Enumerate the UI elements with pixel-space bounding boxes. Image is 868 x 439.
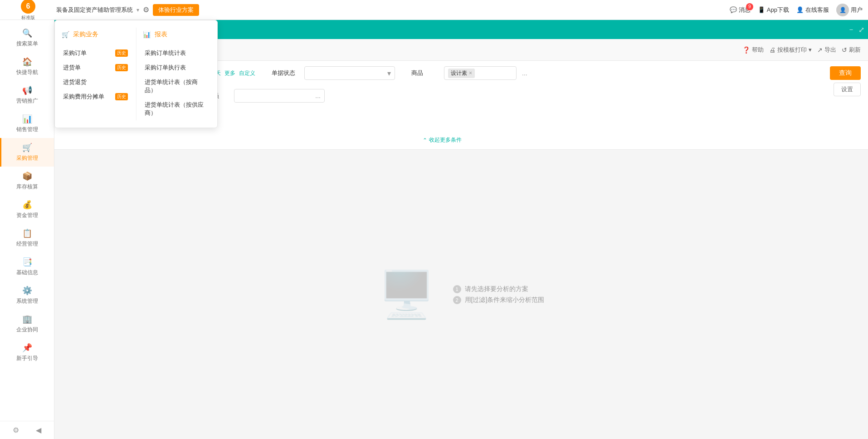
print-icon: 🖨	[769, 46, 775, 54]
shortcut-custom[interactable]: 自定义	[239, 69, 255, 77]
sidebar-label-finance: 资金管理	[16, 212, 38, 219]
sidebar-item-operations[interactable]: 📋 经营管理	[0, 224, 54, 252]
logo-area: 6 标准版	[5, 0, 51, 21]
purchase-dropdown-menu: 🛒 采购业务 采购订单 历史 进货单 历史 进货退货 采购费用分摊单 历史 📊	[54, 20, 218, 128]
shortcut-more[interactable]: 更多	[224, 69, 235, 77]
purchase-col-icon: 🛒	[60, 30, 70, 39]
status-select[interactable]: ▾	[304, 66, 395, 80]
dropdown-item-purchase-cost[interactable]: 采购费用分摊单 历史	[60, 89, 131, 104]
refresh-btn[interactable]: ↺ 刷新	[842, 46, 861, 54]
reports-col-icon: 📊	[142, 30, 152, 39]
dropdown-item-goods-return[interactable]: 进货退货	[60, 75, 131, 89]
settings-button[interactable]: 设置	[834, 83, 861, 96]
print-btn[interactable]: 🖨 按模板打印 ▾	[769, 46, 812, 54]
top-bar-right: 💬 消息 9 📱 App下载 👤 在线客服 👤 用户	[730, 4, 863, 16]
dropdown-col-purchase-title: 🛒 采购业务	[60, 28, 131, 41]
dropdown-item-purchase-order[interactable]: 采购订单 历史	[60, 46, 131, 60]
salesman-more-btn[interactable]: ...	[315, 92, 321, 99]
gear-icon[interactable]: ⚙	[143, 5, 149, 14]
tab-minimize-icon[interactable]: －	[848, 25, 855, 35]
sidebar-label-basic-info: 基础信息	[16, 269, 38, 276]
status-label: 单据状态	[272, 69, 299, 77]
history-badge: 历史	[115, 49, 128, 57]
sidebar-label-marketing: 营销推广	[16, 97, 38, 105]
main-layout: 🔍 搜索菜单 🏠 快捷导航 📢 营销推广 📊 销售管理 🛒 采购管理 📦 库存核…	[0, 20, 868, 439]
empty-illustration: 🖥️	[378, 268, 435, 321]
service-icon: 👤	[796, 6, 804, 13]
sidebar-item-quick-nav[interactable]: 🏠 快捷导航	[0, 52, 54, 81]
sidebar-item-system[interactable]: ⚙️ 系统管理	[0, 281, 54, 310]
dropdown-col-reports: 📊 报表 采购订单统计表 采购订单执行表 进货单统计表（按商品） 进货单统计表（…	[137, 24, 218, 124]
status-dropdown-icon: ▾	[387, 69, 391, 78]
collapse-btn[interactable]: ⌃ 收起更多条件	[62, 136, 823, 144]
help-btn[interactable]: ❓ 帮助	[742, 46, 764, 54]
dropdown-item-receipt-stats-supplier[interactable]: 进货单统计表（按供应商）	[142, 98, 212, 120]
enterprise-icon: 🏢	[22, 314, 32, 324]
user-item[interactable]: 👤 用户	[836, 4, 863, 16]
query-button[interactable]: 查询	[830, 66, 861, 80]
salesman-select[interactable]: ...	[234, 89, 325, 103]
message-icon: 💬	[730, 6, 737, 13]
export-icon: ↗	[817, 46, 823, 54]
system-icon: ⚙️	[22, 286, 32, 296]
tab-bar-right: － ⤢	[844, 20, 868, 39]
dropdown-item-order-stats[interactable]: 采购订单统计表	[142, 46, 212, 60]
home-icon: 🏠	[22, 57, 32, 67]
sidebar-label-purchase: 采购管理	[16, 154, 38, 162]
empty-state: 🖥️ 1 请先选择要分析的方案 2 用[过滤]条件来缩小分析范围	[54, 150, 868, 439]
basic-info-icon: 📑	[22, 257, 32, 267]
sidebar-item-purchase[interactable]: 🛒 采购管理	[0, 138, 54, 167]
dropdown-col-purchase: 🛒 采购业务 采购订单 历史 进货单 历史 进货退货 采购费用分摊单 历史	[55, 24, 136, 124]
sidebar-item-enterprise[interactable]: 🏢 企业协同	[0, 310, 54, 338]
goods-label: 商品	[411, 69, 439, 77]
sidebar-item-guide[interactable]: 📌 新手引导	[0, 338, 54, 367]
sales-icon: 📊	[22, 114, 32, 124]
sidebar-item-finance[interactable]: 💰 资金管理	[0, 195, 54, 224]
dropdown-col-reports-title: 📊 报表	[142, 28, 212, 41]
goods-more-btn[interactable]: ...	[522, 69, 527, 77]
logo-icon: 6	[21, 0, 35, 14]
print-arrow-icon[interactable]: ▾	[809, 46, 812, 53]
filter-actions: 查询 设置	[830, 66, 861, 96]
sidebar-item-search[interactable]: 🔍 搜索菜单	[0, 24, 54, 52]
history-badge-2: 历史	[115, 64, 128, 71]
sidebar-label-guide: 新手引导	[16, 355, 38, 362]
guide-icon: 📌	[22, 343, 32, 353]
sidebar-item-sales[interactable]: 📊 销售管理	[0, 109, 54, 138]
app-download-item[interactable]: 📱 App下载	[758, 6, 789, 14]
sidebar-item-marketing[interactable]: 📢 营销推广	[0, 81, 54, 109]
sidebar-item-basic-info[interactable]: 📑 基础信息	[0, 252, 54, 281]
avatar: 👤	[836, 4, 849, 16]
goods-tag: 设计素 ×	[448, 69, 475, 78]
purchase-icon: 🛒	[22, 143, 32, 153]
chevron-up-icon: ⌃	[423, 137, 427, 143]
refresh-icon: ↺	[842, 46, 847, 54]
online-service-item[interactable]: 👤 在线客服	[796, 6, 829, 14]
sidebar-collapse-btn[interactable]: ◀	[36, 426, 41, 434]
dropdown-arrow-icon[interactable]: ▾	[137, 7, 139, 13]
empty-tip-1: 1 请先选择要分析的方案	[453, 285, 545, 293]
logo-subtitle: 标准版	[21, 15, 35, 21]
dropdown-item-receipt-stats-goods[interactable]: 进货单统计表（按商品）	[142, 75, 212, 98]
sidebar-item-inventory[interactable]: 📦 库存核算	[0, 167, 54, 195]
sidebar-label-search: 搜索菜单	[16, 40, 38, 48]
export-btn[interactable]: ↗ 导出	[817, 46, 836, 54]
operations-icon: 📋	[22, 228, 32, 238]
goods-tag-close[interactable]: ×	[469, 70, 472, 76]
dropdown-item-order-exec[interactable]: 采购订单执行表	[142, 60, 212, 75]
sidebar-label-operations: 经营管理	[16, 240, 38, 248]
system-name: 装备及固定资产辅助管理系统	[56, 6, 133, 14]
empty-tip-2: 2 用[过滤]条件来缩小分析范围	[453, 296, 545, 304]
inventory-icon: 📦	[22, 171, 32, 181]
sidebar: 🔍 搜索菜单 🏠 快捷导航 📢 营销推广 📊 销售管理 🛒 采购管理 📦 库存核…	[0, 20, 54, 439]
sidebar-bottom: ⚙ ◀	[0, 421, 54, 439]
notification-item[interactable]: 💬 消息 9	[730, 6, 751, 14]
system-info: 装备及固定资产辅助管理系统 ▾ ⚙ 体验行业方案	[56, 4, 730, 16]
industry-button[interactable]: 体验行业方案	[153, 4, 199, 16]
tab-maximize-icon[interactable]: ⤢	[858, 25, 864, 34]
goods-select[interactable]: 设计素 ×	[444, 66, 517, 80]
dropdown-item-goods-receipt[interactable]: 进货单 历史	[60, 60, 131, 75]
help-icon: ❓	[742, 46, 750, 54]
sidebar-settings-btn[interactable]: ⚙	[13, 426, 19, 434]
empty-tips: 1 请先选择要分析的方案 2 用[过滤]条件来缩小分析范围	[453, 285, 545, 304]
